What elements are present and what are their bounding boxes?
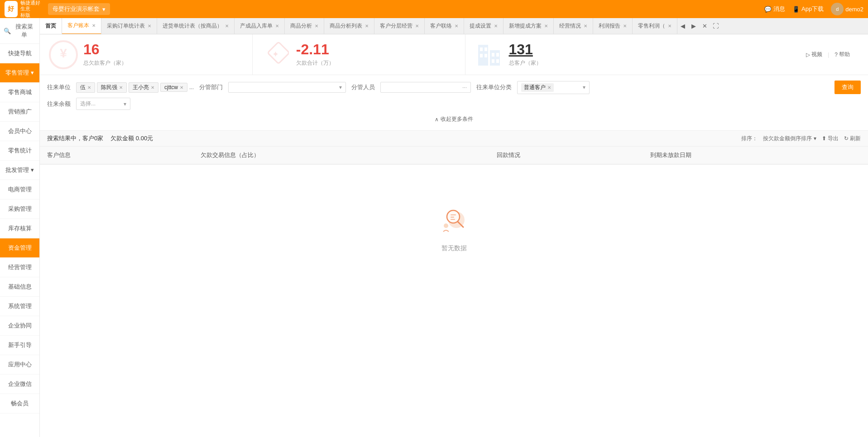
tab-customer-tier[interactable]: 客户分层经营 ✕ — [374, 18, 425, 34]
tab-new-promotion-plan[interactable]: 新增提成方案 ✕ — [504, 18, 554, 34]
video-btn[interactable]: ▷ 视频 — [806, 51, 822, 58]
sidebar-item-enterprise-wechat[interactable]: 企业微信 — [0, 375, 39, 394]
tab-close-product-list[interactable]: ✕ — [365, 24, 369, 28]
sidebar-item-newbie-guide[interactable]: 新手引导 — [0, 336, 39, 355]
tab-customer-account[interactable]: 客户账本 ✕ — [62, 18, 101, 34]
sidebar-item-purchase-mgmt[interactable]: 采购管理 — [0, 200, 39, 219]
search-menu-btn[interactable]: 🔍 搜索菜单 — [4, 23, 36, 39]
refresh-btn[interactable]: ↻ 刷新 — [844, 135, 861, 142]
filter-collapse-btn[interactable]: ∧ 收起更多条件 — [47, 114, 861, 125]
col-debt-info: 欠款交易信息（占比） — [193, 147, 489, 164]
sidebar-item-quick-nav[interactable]: 快捷导航 — [0, 44, 39, 63]
unit-tag-wang-close[interactable]: ✕ — [151, 85, 154, 90]
app-download-btn[interactable]: 📱 App下载 — [792, 5, 824, 13]
stat-values-debt: -2.11 欠款合计（万） — [296, 42, 334, 67]
stat-values-customers: 16 总欠款客户（家） — [83, 42, 127, 67]
sidebar-item-ops-mgmt[interactable]: 经营管理 — [0, 258, 39, 277]
category-select[interactable]: 普通客户 ✕ ▾ — [517, 81, 590, 94]
svg-rect-19 — [451, 219, 455, 220]
tab-prev-btn[interactable]: ◀ — [677, 18, 688, 34]
category-tag: 普通客户 ✕ — [521, 83, 554, 92]
tab-close-customer-tier[interactable]: ✕ — [415, 24, 419, 28]
tab-close-purchase-order[interactable]: ✕ — [148, 24, 151, 28]
sidebar-item-finance-mgmt[interactable]: 资金管理 — [0, 238, 39, 258]
tab-close-promotion-settings[interactable]: ✕ — [494, 24, 498, 28]
tab-customer-contact[interactable]: 客户联络 ✕ — [425, 18, 464, 34]
sidebar-item-inventory-check[interactable]: 库存核算 — [0, 219, 39, 238]
tab-purchase-stats-by-product[interactable]: 进货单统计表（按商品） ✕ — [157, 18, 235, 34]
tab-product-analysis[interactable]: 商品分析 ✕ — [285, 18, 324, 34]
svg-rect-13 — [496, 59, 499, 63]
workspace-selector[interactable]: 母婴行业演示帐套 ▾ — [48, 3, 110, 15]
person-select[interactable]: ··· — [380, 82, 471, 93]
workspace-arrow-icon: ▾ — [102, 6, 106, 13]
tab-close-profit-report[interactable]: ✕ — [623, 24, 627, 28]
tab-close-operations[interactable]: ✕ — [584, 24, 587, 28]
unit-tag-wu-close[interactable]: ✕ — [87, 85, 91, 90]
col-repayment: 回款情况 — [489, 147, 643, 164]
tab-promotion-settings[interactable]: 提成设置 ✕ — [464, 18, 504, 34]
unit-tags-more[interactable]: ... — [189, 84, 194, 90]
help-btn[interactable]: ? 帮助 — [834, 51, 850, 58]
tab-product-analysis-list[interactable]: 商品分析列表 ✕ — [324, 18, 374, 34]
stat-number-total[interactable]: 131 — [509, 42, 542, 57]
tab-close-all-btn[interactable]: ✕ — [699, 18, 710, 34]
export-btn[interactable]: ⬆ 导出 — [822, 135, 839, 142]
user-menu[interactable]: d demo2 — [831, 3, 863, 15]
sidebar-item-wholesale-mgmt[interactable]: 批发管理 ▾ — [0, 161, 39, 180]
col-overdue-date: 到期未放款日期 — [643, 147, 868, 164]
stat-values-total: 131 总客户（家） — [509, 42, 542, 67]
tab-fullscreen-btn[interactable]: ⛶ — [710, 18, 721, 34]
results-info: 搜索结果中，客户0家 欠款金额 0.00元 — [47, 134, 153, 142]
results-actions: 排序： 按欠款金额倒序排序 ▾ ⬆ 导出 ↻ 刷新 — [741, 135, 861, 142]
unit-tag-cjttcw-close[interactable]: ✕ — [180, 85, 183, 90]
tab-close-customer-account[interactable]: ✕ — [92, 23, 96, 28]
sidebar-search-area: 🔍 搜索菜单 — [0, 18, 39, 44]
svg-text:✦: ✦ — [272, 49, 278, 58]
unit-tag-chen-close[interactable]: ✕ — [119, 85, 123, 90]
category-tag-close[interactable]: ✕ — [547, 85, 551, 90]
category-arrow-icon: ▾ — [583, 84, 585, 90]
tab-purchase-order-stats[interactable]: 采购订单统计表 ✕ — [101, 18, 157, 34]
tab-home[interactable]: 首页 — [40, 18, 62, 34]
tab-close-purchase-stats[interactable]: ✕ — [225, 24, 229, 28]
tab-profit-report[interactable]: 利润报告 ✕ — [593, 18, 633, 34]
empty-state: 暂无数据 — [40, 165, 868, 289]
tab-product-stock-in[interactable]: 产成品入库单 ✕ — [235, 18, 285, 34]
refresh-icon: ↻ — [844, 135, 849, 142]
dept-select[interactable]: ▾ — [228, 82, 346, 93]
sidebar-item-sys-mgmt[interactable]: 系统管理 — [0, 297, 39, 316]
balance-input[interactable]: 选择... ▾ — [76, 98, 130, 110]
unit-tag-wu: 伍 ✕ — [76, 82, 95, 93]
sidebar-item-marketing[interactable]: 营销推广 — [0, 102, 39, 122]
top-bar: 好 畅捷通好生意 标版 母婴行业演示帐套 ▾ 💬 消息 📱 App下载 d de… — [0, 0, 868, 18]
sidebar-item-basic-info[interactable]: 基础信息 — [0, 277, 39, 297]
tab-close-promotion-plan[interactable]: ✕ — [544, 24, 548, 28]
message-btn[interactable]: 💬 消息 — [764, 5, 785, 13]
tab-retail-profit[interactable]: 零售利润（ ✕ — [633, 18, 677, 34]
sidebar-item-retail-mall[interactable]: 零售商城 — [0, 83, 39, 102]
sidebar-item-enterprise-collab[interactable]: 企业协同 — [0, 316, 39, 336]
chevron-up-icon: ∧ — [435, 116, 439, 123]
sidebar-item-vip-member[interactable]: 畅会员 — [0, 394, 39, 413]
svg-rect-12 — [492, 59, 494, 63]
page-content: ¥ 16 总欠款客户（家） ✦ — [40, 34, 868, 437]
tab-next-btn[interactable]: ▶ — [688, 18, 699, 34]
sidebar-item-app-center[interactable]: 应用中心 — [0, 355, 39, 375]
empty-search-icon — [436, 201, 472, 237]
logo-area: 好 畅捷通好生意 标版 — [5, 0, 44, 18]
sidebar-item-retail-mgmt[interactable]: 零售管理 ▾ — [0, 63, 39, 83]
tab-operations[interactable]: 经营情况 ✕ — [554, 18, 593, 34]
sidebar-item-member-center[interactable]: 会员中心 — [0, 122, 39, 141]
tab-close-stock-in[interactable]: ✕ — [275, 24, 279, 28]
svg-rect-10 — [492, 53, 494, 57]
search-btn[interactable]: 查询 — [834, 81, 861, 94]
top-bar-right: 💬 消息 📱 App下载 d demo2 — [764, 3, 863, 15]
tab-close-product-analysis[interactable]: ✕ — [315, 24, 318, 28]
sort-select[interactable]: 按欠款金额倒序排序 ▾ — [763, 135, 816, 142]
sidebar-item-ecommerce-mgmt[interactable]: 电商管理 — [0, 180, 39, 200]
tab-close-retail-profit[interactable]: ✕ — [668, 24, 671, 28]
sidebar-item-retail-stats[interactable]: 零售统计 — [0, 141, 39, 161]
stat-bg-building-icon — [475, 40, 504, 69]
tab-close-customer-contact[interactable]: ✕ — [455, 24, 458, 28]
